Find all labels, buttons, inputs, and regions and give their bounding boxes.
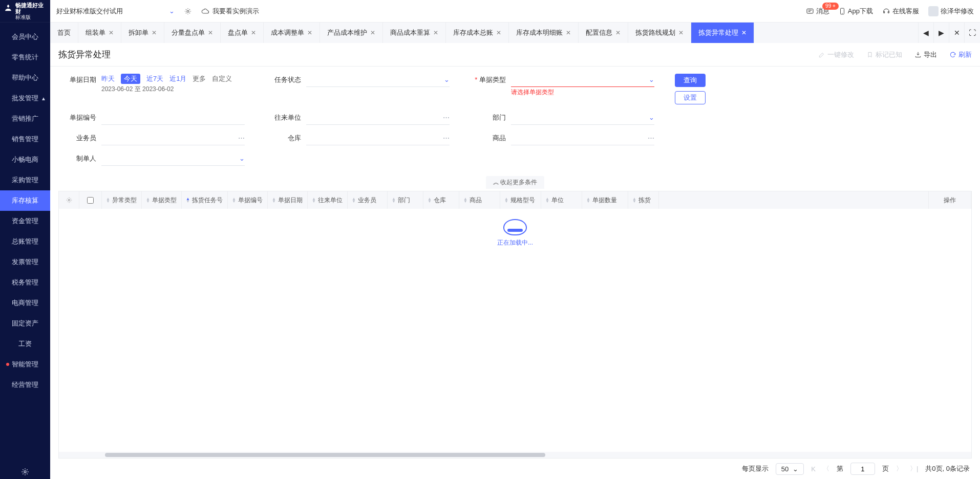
col-header[interactable]: ▲▼部门 bbox=[388, 191, 423, 209]
tab[interactable]: 首页 bbox=[50, 23, 78, 43]
topbar-support[interactable]: 在线客服 bbox=[882, 7, 919, 16]
pager-last[interactable]: 〉| bbox=[910, 464, 918, 473]
topbar-app-download[interactable]: App下载 bbox=[839, 7, 873, 16]
col-header[interactable]: ▲▼规格型号 bbox=[500, 191, 541, 209]
sidebar-item[interactable]: 资金管理 bbox=[0, 211, 50, 231]
close-icon[interactable]: ✕ bbox=[566, 29, 571, 36]
close-icon[interactable]: ✕ bbox=[307, 29, 312, 36]
sidebar-item[interactable]: 库存核算 bbox=[0, 190, 50, 211]
table-hscrollbar[interactable] bbox=[59, 452, 971, 458]
more-icon[interactable]: ⋯ bbox=[648, 134, 654, 142]
filter-doc-type-input[interactable] bbox=[511, 74, 654, 87]
col-settings-button[interactable] bbox=[59, 191, 79, 209]
date-preset[interactable]: 近1月 bbox=[169, 74, 186, 83]
sidebar-item[interactable]: 经营管理 bbox=[0, 375, 50, 395]
sidebar-item[interactable]: 批发管理▲ bbox=[0, 88, 50, 108]
sidebar-item[interactable]: 小畅电商 bbox=[0, 149, 50, 170]
tab[interactable]: 成本调整单✕ bbox=[264, 23, 320, 43]
col-header[interactable]: ▲▼拣货 bbox=[628, 191, 659, 209]
tab[interactable]: 库存成本明细账✕ bbox=[509, 23, 579, 43]
sidebar-item[interactable]: 销售管理 bbox=[0, 129, 50, 149]
close-icon[interactable]: ✕ bbox=[208, 29, 213, 36]
close-icon[interactable]: ✕ bbox=[615, 29, 621, 36]
tab[interactable]: 库存成本总账✕ bbox=[446, 23, 509, 43]
more-icon[interactable]: ⋯ bbox=[238, 134, 245, 142]
more-icon[interactable]: ⋯ bbox=[443, 134, 450, 142]
sidebar-item[interactable]: 固定资产 bbox=[0, 313, 50, 334]
col-header[interactable]: ▲▼单据类型 bbox=[142, 191, 182, 209]
filter-maker-input[interactable] bbox=[101, 153, 245, 166]
page-input[interactable] bbox=[850, 463, 875, 475]
sidebar-item[interactable]: 工资 bbox=[0, 334, 50, 354]
collapse-filters[interactable]: ︽ 收起更多条件 bbox=[486, 176, 544, 189]
close-icon[interactable]: ✕ bbox=[741, 29, 747, 36]
filter-doc-no-input[interactable] bbox=[101, 112, 245, 125]
tabs-next[interactable]: ▶ bbox=[934, 23, 949, 43]
tabs-fullscreen[interactable]: ⛶ bbox=[965, 23, 980, 43]
col-header[interactable]: ▲▼仓库 bbox=[423, 191, 459, 209]
sidebar-item[interactable]: 零售统计 bbox=[0, 47, 50, 68]
close-icon[interactable]: ✕ bbox=[678, 29, 684, 36]
setting-button[interactable]: 设置 bbox=[675, 91, 706, 104]
tab[interactable]: 分量盘点单✕ bbox=[164, 23, 221, 43]
tab[interactable]: 商品成本重算✕ bbox=[383, 23, 446, 43]
date-preset[interactable]: 近7天 bbox=[146, 74, 163, 83]
sidebar-item[interactable]: 营销推广 bbox=[0, 108, 50, 129]
tab[interactable]: 拆卸单✕ bbox=[121, 23, 164, 43]
env-switch[interactable]: 好业财标准版交付试用 ⌄ bbox=[56, 7, 175, 16]
sidebar-item[interactable]: 电商管理 bbox=[0, 293, 50, 313]
tab[interactable]: 配置信息✕ bbox=[579, 23, 628, 43]
close-icon[interactable]: ✕ bbox=[370, 29, 375, 36]
date-preset[interactable]: 自定义 bbox=[212, 74, 232, 83]
close-icon[interactable]: ✕ bbox=[496, 29, 501, 36]
tab[interactable]: 产品成本维护✕ bbox=[320, 23, 383, 43]
tabs-prev[interactable]: ◀ bbox=[919, 23, 934, 43]
sidebar-item[interactable]: 帮助中心 bbox=[0, 68, 50, 88]
filter-task-status-input[interactable] bbox=[306, 74, 450, 87]
filter-warehouse-input[interactable] bbox=[306, 132, 450, 145]
sidebar-item[interactable]: 发票管理 bbox=[0, 252, 50, 272]
date-preset[interactable]: 更多 bbox=[193, 74, 206, 83]
settings-icon[interactable] bbox=[184, 7, 192, 15]
close-icon[interactable]: ✕ bbox=[109, 29, 114, 36]
col-header[interactable]: ▲▼业务员 bbox=[348, 191, 388, 209]
col-header[interactable]: ▲▼单据数量 bbox=[582, 191, 628, 209]
per-page-select[interactable]: 50 ⌄ bbox=[776, 463, 804, 475]
tab[interactable]: 盘点单✕ bbox=[221, 23, 264, 43]
filter-dept-input[interactable] bbox=[511, 112, 654, 125]
chevron-down-icon[interactable]: ⌄ bbox=[649, 76, 654, 83]
col-header[interactable]: ▲▼异常类型 bbox=[102, 191, 142, 209]
date-preset[interactable]: 今天 bbox=[121, 74, 140, 84]
close-icon[interactable]: ✕ bbox=[251, 29, 256, 36]
sidebar-item[interactable]: 总账管理 bbox=[0, 231, 50, 252]
chevron-down-icon[interactable]: ⌄ bbox=[444, 76, 450, 83]
pager-prev[interactable]: 〈 bbox=[823, 464, 829, 473]
col-header[interactable]: ▲▼往来单位 bbox=[308, 191, 348, 209]
action-refresh[interactable]: 刷新 bbox=[949, 50, 972, 59]
tab[interactable]: 拣货异常处理✕ bbox=[691, 23, 754, 43]
topbar-user[interactable]: 徐泽华修改 bbox=[928, 6, 974, 16]
sidebar-item[interactable]: 智能管理 bbox=[0, 354, 50, 375]
tabs-close-all[interactable]: ✕ bbox=[949, 23, 965, 43]
sidebar-item[interactable]: 税务管理 bbox=[0, 272, 50, 293]
date-preset[interactable]: 昨天 bbox=[101, 74, 115, 83]
select-all-checkbox[interactable] bbox=[87, 197, 94, 204]
col-header[interactable]: ▲▼单位 bbox=[541, 191, 582, 209]
filter-salesman-input[interactable] bbox=[101, 132, 245, 145]
chevron-down-icon[interactable]: ⌄ bbox=[649, 114, 654, 121]
filter-party-input[interactable] bbox=[306, 112, 450, 125]
sidebar-item[interactable]: 会员中心 bbox=[0, 27, 50, 47]
demo-link[interactable]: 我要看实例演示 bbox=[201, 7, 259, 16]
topbar-messages[interactable]: 消息 99 + bbox=[806, 7, 829, 16]
tab[interactable]: 拣货路线规划✕ bbox=[628, 23, 691, 43]
col-header[interactable]: ▲▼拣货任务号 bbox=[182, 191, 228, 209]
pager-first[interactable]: K bbox=[811, 465, 816, 473]
chevron-down-icon[interactable]: ⌄ bbox=[239, 155, 245, 162]
col-header[interactable]: ▲▼单据编号 bbox=[228, 191, 268, 209]
query-button[interactable]: 查询 bbox=[675, 74, 706, 87]
gear-icon[interactable] bbox=[21, 468, 29, 476]
sidebar-item[interactable]: 采购管理 bbox=[0, 170, 50, 190]
col-header[interactable]: ▲▼商品 bbox=[459, 191, 500, 209]
pager-next[interactable]: 〉 bbox=[896, 464, 903, 473]
col-header[interactable]: ▲▼单据日期 bbox=[268, 191, 308, 209]
